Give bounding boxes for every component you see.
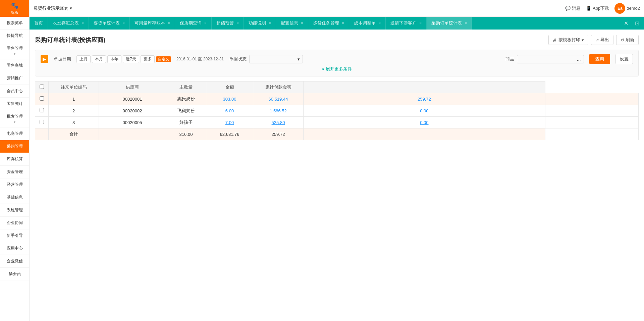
sidebar-item-new-guide[interactable]: 新手引导 (0, 229, 29, 242)
sidebar-item-purchase-manage[interactable]: 采购管理 (0, 140, 29, 153)
sidebar-item-quick-nav[interactable]: 快捷导航 (0, 30, 29, 42)
main-panel: 母婴行业演示账套 ▾ 💬 消息 📱 App下载 Ea demo2 首页收发存汇总… (30, 0, 644, 321)
tab-close-overstock[interactable]: × (236, 21, 239, 25)
tab-close-all-btn[interactable]: ✕ (622, 19, 630, 27)
table-footer-row: 合计 316.00 62,631.76 259.72 (35, 128, 639, 140)
sidebar: 🐾 标版 搜索英单快捷导航零售管理▾零售商城营销推广会员中心零售统计批发管理▾电… (0, 0, 30, 321)
date-range-display: 2016-01-01 至 2023-12-31 (176, 56, 224, 62)
row-checkbox[interactable] (40, 108, 44, 112)
tab-expiry-check[interactable]: 保质期查询× (175, 17, 212, 30)
workspace-selector[interactable]: 母婴行业演示账套 ▾ (34, 5, 72, 11)
tab-close-invite-downstream[interactable]: × (419, 21, 422, 25)
sidebar-label-wholesale-manage: 批发管理 (7, 114, 23, 119)
sidebar-item-system-manage[interactable]: 系统管理 (0, 204, 29, 217)
filter-toggle-btn[interactable]: ▶ (41, 55, 48, 63)
tab-close-expiry-check[interactable]: × (204, 21, 207, 25)
sidebar-item-search[interactable]: 搜索英单 (0, 17, 29, 30)
tab-invite-downstream[interactable]: 邀请下游客户× (386, 17, 427, 30)
status-select[interactable]: ▾ (249, 55, 303, 63)
row-qty[interactable]: 303.00 (206, 93, 253, 105)
sidebar-item-finance-manage[interactable]: 资金管理 (0, 166, 29, 178)
row-qty[interactable]: 6.00 (206, 105, 253, 117)
tab-close-receive-summary[interactable]: × (82, 21, 84, 25)
sidebar-item-retail-store[interactable]: 零售商城 (0, 59, 29, 72)
sidebar-item-ecommerce-manage[interactable]: 电商管理 (0, 127, 29, 140)
shortcut-this-year[interactable]: 本年 (107, 55, 121, 63)
tab-config-info[interactable]: 配置信息× (276, 17, 308, 30)
shortcut-7days[interactable]: 近7天 (123, 55, 139, 63)
sidebar-item-marketing[interactable]: 营销推广 (0, 72, 29, 85)
shortcut-more[interactable]: 更多 (141, 55, 155, 63)
sidebar-label-member-center: 会员中心 (7, 88, 23, 94)
tab-label-overstock: 超储预警 (216, 20, 234, 26)
sidebar-item-member-center[interactable]: 会员中心 (0, 85, 29, 98)
print-icon: 🖨 (553, 38, 557, 43)
print-btn[interactable]: 🖨 按模板打印 ▾ (548, 35, 588, 45)
tab-home[interactable]: 首页 (30, 17, 48, 30)
tab-pick-task[interactable]: 拣货任务管理× (308, 17, 349, 30)
tab-close-config-info[interactable]: × (301, 21, 303, 25)
row-amount[interactable]: 525.80 (253, 117, 304, 128)
tab-label-pick-task: 拣货任务管理 (313, 20, 339, 26)
tab-overstock[interactable]: 超储预警× (212, 17, 244, 30)
sidebar-item-retail-manage[interactable]: 零售管理▾ (0, 42, 29, 59)
row-amount[interactable]: 60,519.44 (253, 93, 304, 105)
tab-close-function-desc[interactable]: × (269, 21, 271, 25)
filter-area: ▶ 单据日期 上月 本月 本年 近7天 更多 自定义 2016-01-01 至 … (35, 50, 639, 76)
sidebar-label-member-plus: 畅会员 (9, 271, 21, 277)
row-code: 00020002 (99, 105, 166, 117)
query-btn[interactable]: 查询 (589, 54, 610, 64)
sidebar-label-basic-info: 基础信息 (7, 195, 23, 200)
sidebar-item-inventory-check[interactable]: 库存核算 (0, 153, 29, 166)
row-paid[interactable]: 259.72 (304, 93, 545, 105)
refresh-btn[interactable]: ↺ 刷新 (616, 35, 639, 45)
expand-more-btn[interactable]: ▾ 展开更多条件 (41, 64, 633, 72)
app-download-btn[interactable]: 📱 App下载 (586, 5, 609, 11)
sidebar-arrow-wholesale-manage: ▾ (14, 120, 15, 124)
select-all-checkbox[interactable] (40, 85, 44, 89)
tab-available-stock[interactable]: 可用量库存账本× (130, 17, 175, 30)
export-btn[interactable]: ↗ 导出 (591, 35, 613, 45)
app-download-label: App下载 (593, 5, 609, 11)
sidebar-item-wholesale-manage[interactable]: 批发管理▾ (0, 110, 29, 127)
topbar-right: 💬 消息 📱 App下载 Ea demo2 (565, 3, 640, 14)
app-logo[interactable]: 🐾 标版 (0, 0, 29, 17)
sidebar-item-ops-manage[interactable]: 经营管理 (0, 178, 29, 191)
message-btn[interactable]: 💬 消息 (565, 5, 581, 11)
row-checkbox[interactable] (40, 96, 44, 101)
sidebar-item-basic-info[interactable]: 基础信息 (0, 191, 29, 204)
tab-close-cost-adjust[interactable]: × (378, 21, 381, 25)
tab-order-summary[interactable]: 要货单统计表× (89, 17, 130, 30)
export-label: 导出 (600, 37, 609, 43)
sidebar-label-enterprise-wechat: 企业微信 (7, 258, 23, 264)
footer-label: 合计 (49, 128, 99, 140)
sidebar-item-enterprise-collab[interactable]: 企业协同 (0, 217, 29, 229)
row-checkbox[interactable] (40, 120, 44, 124)
tab-close-order-summary[interactable]: × (122, 21, 125, 25)
settings-btn[interactable]: 设置 (615, 54, 633, 64)
logo-text: 标版 (11, 10, 18, 15)
tab-close-purchase-summary[interactable]: × (465, 21, 467, 25)
sidebar-item-app-center[interactable]: 应用中心 (0, 242, 29, 255)
goods-input[interactable]: … (517, 55, 584, 63)
sidebar-label-system-manage: 系统管理 (7, 207, 23, 213)
tab-close-pick-task[interactable]: × (342, 21, 344, 25)
sidebar-item-retail-stats[interactable]: 零售统计 (0, 98, 29, 110)
tab-label-order-summary: 要货单统计表 (94, 20, 120, 26)
row-amount[interactable]: 1,586.52 (253, 105, 304, 117)
shortcut-last-month[interactable]: 上月 (76, 55, 91, 63)
tab-fullscreen-btn[interactable]: ⊡ (633, 19, 641, 27)
shortcut-this-month[interactable]: 本月 (92, 55, 106, 63)
user-profile[interactable]: Ea demo2 (614, 3, 640, 14)
sidebar-item-enterprise-wechat[interactable]: 企业微信 (0, 255, 29, 268)
sidebar-item-member-plus[interactable]: 畅会员 (0, 268, 29, 280)
tab-purchase-summary[interactable]: 采购订单统计表× (427, 17, 472, 30)
tab-function-desc[interactable]: 功能说明× (244, 17, 276, 30)
message-icon: 💬 (565, 6, 571, 11)
row-qty[interactable]: 7.00 (206, 117, 253, 128)
tab-cost-adjust[interactable]: 成本调整单× (349, 17, 386, 30)
tab-receive-summary[interactable]: 收发存汇总表× (48, 17, 89, 30)
tab-close-available-stock[interactable]: × (168, 21, 170, 25)
row-paid[interactable]: 0.00 (304, 105, 545, 117)
row-paid[interactable]: 0.00 (304, 117, 545, 128)
